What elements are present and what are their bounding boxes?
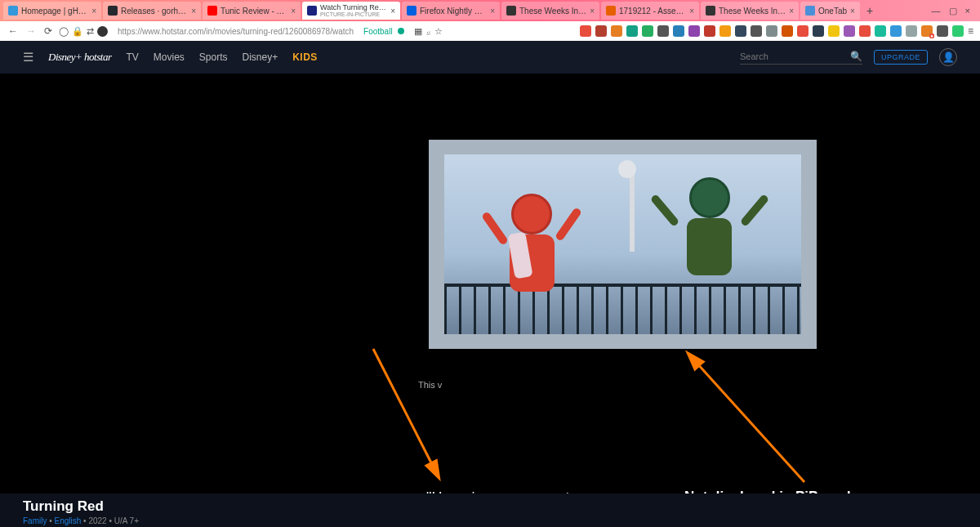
close-icon[interactable]: ×: [91, 7, 96, 16]
extension-icon[interactable]: [704, 25, 715, 37]
tab-weeks2[interactable]: These Weeks In Fire... ×: [701, 2, 799, 20]
favicon-icon: [207, 6, 217, 16]
tab-weeks1[interactable]: These Weeks In Firefox ×: [501, 2, 599, 20]
minimize-button[interactable]: —: [932, 6, 941, 16]
tab-title: Watch Turning Red - Di...: [320, 4, 387, 11]
grid-icon[interactable]: ▦: [414, 26, 422, 37]
maximize-button[interactable]: ▢: [949, 6, 957, 16]
site-header: ☰ Disney+ hotstar TV Movies Sports Disne…: [0, 41, 980, 74]
extension-icon[interactable]: [735, 25, 746, 37]
tab-bugzilla[interactable]: 1719212 - Assertions in ×: [601, 2, 699, 20]
extension-icon[interactable]: [906, 25, 917, 37]
movie-meta: Turning Red Family • English • 2022 • U/…: [0, 494, 980, 527]
meta-rest: • 2022 • U/A 7+: [83, 516, 139, 525]
truncated-label: This v: [418, 380, 442, 390]
tab-title: Releases · gorhill/uBlock: [121, 7, 188, 16]
meta-language[interactable]: English: [55, 516, 82, 525]
extension-icon[interactable]: [782, 25, 793, 37]
extension-icon[interactable]: [952, 25, 964, 37]
search-input[interactable]: [740, 51, 850, 61]
toolbar: ← → ⟳ ◯ 🔒 ⇄ https://www.hotstar.com/in/m…: [0, 21, 980, 41]
tab-onetab[interactable]: OneTab ×: [800, 2, 860, 20]
extension-icon[interactable]: [626, 25, 638, 37]
extensions-bar: ● ≡: [580, 25, 973, 37]
url-text: https://www.hotstar.com/in/movies/turnin…: [118, 27, 354, 36]
extension-icon[interactable]: [828, 25, 840, 37]
search-icon[interactable]: 🔍: [850, 51, 862, 62]
tab-hotstar-active[interactable]: Watch Turning Red - Di... PICTURE-IN-PIC…: [302, 2, 400, 20]
lock-icon[interactable]: 🔒: [72, 26, 83, 37]
tab-github[interactable]: Releases · gorhill/uBlock ×: [103, 2, 201, 20]
permissions-icon[interactable]: ⇄: [87, 26, 94, 37]
close-icon[interactable]: ×: [850, 7, 855, 16]
favicon-icon: [8, 6, 18, 16]
extension-icon[interactable]: [797, 25, 808, 37]
extension-icon[interactable]: [890, 25, 902, 37]
reload-button[interactable]: ⟳: [42, 25, 54, 37]
nav-tv[interactable]: TV: [126, 51, 138, 63]
forward-button[interactable]: →: [24, 25, 38, 37]
dot-icon: [398, 28, 404, 34]
tab-youtube[interactable]: Tunic Review - YouTube ×: [203, 2, 301, 20]
extension-icon[interactable]: [580, 25, 591, 37]
tab-subtitle: PICTURE-IN-PICTURE: [320, 11, 387, 17]
extension-icon[interactable]: [673, 25, 684, 37]
close-icon[interactable]: ×: [689, 7, 694, 16]
bookmark-icon[interactable]: ☆: [434, 26, 443, 37]
favicon-icon: [805, 6, 815, 16]
extension-icon[interactable]: [688, 25, 700, 37]
menu-icon[interactable]: ☰: [23, 50, 33, 65]
nav-disney[interactable]: Disney+: [243, 51, 278, 63]
close-icon[interactable]: ×: [789, 7, 794, 16]
tab-title: These Weeks In Fire...: [719, 7, 786, 16]
tab-nightly[interactable]: Firefox Nightly 100.0a1 ×: [402, 2, 500, 20]
character-right-illustration: [661, 177, 759, 316]
shield-icon[interactable]: ◯: [59, 26, 69, 37]
search-container[interactable]: 🔍: [740, 51, 862, 65]
profile-button[interactable]: 👤: [939, 48, 957, 66]
player-area: This v "Honoring your parents sounds gre…: [0, 74, 980, 482]
tower-illustration: [630, 165, 635, 252]
close-icon[interactable]: ×: [590, 7, 595, 16]
extension-icon[interactable]: [611, 25, 622, 37]
close-icon[interactable]: ×: [390, 7, 395, 16]
favicon-icon: [606, 6, 616, 16]
rss-icon[interactable]: ⟓: [425, 26, 431, 36]
back-button[interactable]: ←: [7, 25, 20, 37]
close-button[interactable]: ×: [965, 6, 970, 16]
character-left-illustration: [487, 194, 577, 316]
nav-movies[interactable]: Movies: [154, 51, 185, 63]
movie-title: Turning Red: [23, 498, 957, 515]
extension-icon[interactable]: [751, 25, 762, 37]
upgrade-button[interactable]: UPGRADE: [874, 50, 928, 65]
nav-sports[interactable]: Sports: [199, 51, 228, 63]
extension-icon[interactable]: [844, 25, 855, 37]
auth-icon[interactable]: [97, 26, 108, 37]
extension-icon[interactable]: [595, 25, 607, 37]
close-icon[interactable]: ×: [490, 7, 495, 16]
browser-chrome: Homepage | gHacks Te... × Releases · gor…: [0, 0, 980, 41]
extension-icon[interactable]: ●: [921, 25, 933, 37]
meta-genre[interactable]: Family: [23, 516, 47, 525]
extension-icon[interactable]: [813, 25, 824, 37]
close-icon[interactable]: ×: [291, 7, 296, 16]
video-frame: [444, 154, 801, 334]
extension-icon[interactable]: [937, 25, 948, 37]
address-bar[interactable]: https://www.hotstar.com/in/movies/turnin…: [113, 25, 359, 38]
extension-icon[interactable]: [875, 25, 886, 37]
brand-logo[interactable]: Disney+ hotstar: [48, 51, 111, 64]
extension-icon[interactable]: [859, 25, 871, 37]
extension-icon[interactable]: [642, 25, 653, 37]
svg-line-1: [688, 354, 804, 482]
pip-window[interactable]: [429, 140, 817, 349]
extension-icon[interactable]: [719, 25, 731, 37]
nav-kids[interactable]: KIDS: [292, 51, 318, 63]
tab-ghacks[interactable]: Homepage | gHacks Te... ×: [3, 2, 101, 20]
new-tab-button[interactable]: +: [862, 4, 878, 17]
football-badge[interactable]: Football: [363, 27, 393, 36]
close-icon[interactable]: ×: [191, 7, 196, 16]
extension-icon[interactable]: [657, 25, 669, 37]
overflow-menu-icon[interactable]: ≡: [968, 25, 973, 37]
extension-icon[interactable]: [766, 25, 777, 37]
brand-text: Disney+ hotstar: [48, 51, 111, 64]
